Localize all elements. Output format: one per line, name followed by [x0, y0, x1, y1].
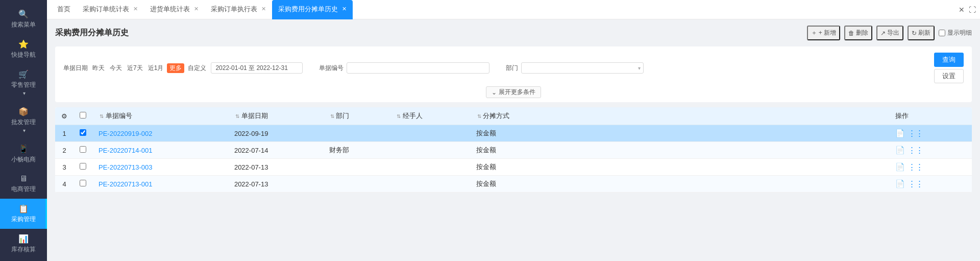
shortcut-custom[interactable]: 自定义 — [186, 63, 208, 73]
tab-purchase-cost-history[interactable]: 采购费用分摊单历史 ✕ — [272, 0, 353, 19]
row-doc-no: PE-20220713-003 — [92, 159, 228, 176]
retail-icon: 🛒 — [2, 69, 45, 79]
show-cols-text: 显示明细 — [947, 29, 972, 37]
row-method: 按金额 — [470, 159, 889, 176]
maximize-icon[interactable]: ⛶ — [969, 6, 976, 14]
select-all-checkbox[interactable] — [80, 112, 86, 118]
search-panel: 单据日期 昨天 今天 近7天 近1月 更多 自定义 单据编号 — [55, 46, 972, 102]
edit-icon[interactable]: 📄 — [895, 146, 905, 155]
sidebar-item-retail[interactable]: 🛒 零售管理 ▾ — [0, 64, 47, 102]
row-date: 2022-07-14 — [228, 142, 323, 159]
expand-more-button[interactable]: ⌄ 展开更多条件 — [486, 86, 541, 98]
date-range-input[interactable] — [211, 62, 303, 74]
row-actions: 📄 ⋮⋮ — [889, 159, 972, 176]
sidebar-item-purchase[interactable]: 📋 采购管理 — [0, 199, 47, 229]
row-checkbox[interactable] — [80, 180, 86, 186]
col-dept: ⇅ 部门 — [323, 107, 390, 125]
show-cols-checkbox[interactable] — [939, 30, 945, 36]
inventory-icon: 📊 — [2, 234, 45, 244]
tab-purchase-order-exec[interactable]: 采购订单执行表 ✕ — [205, 0, 272, 19]
delete-button[interactable]: 🗑 删除 — [844, 26, 872, 40]
quicknav-icon: ⭐ — [2, 39, 45, 49]
sidebar-item-label: 快捷导航 — [2, 51, 45, 59]
dept-input[interactable] — [521, 62, 644, 74]
sidebar-item-quicknav[interactable]: ⭐ 快捷导航 — [0, 34, 47, 64]
doc-no-link[interactable]: PE-20220713-001 — [99, 180, 153, 188]
more-icon[interactable]: ⋮⋮ — [908, 129, 923, 138]
date-field: 单据日期 昨天 今天 近7天 近1月 更多 自定义 — [63, 62, 303, 74]
tab-close-icon[interactable]: ✕ — [261, 6, 266, 12]
page-header: 采购费用分摊单历史 ＋ + 新增 🗑 删除 ↗ 导出 ↻ 刷新 — [55, 26, 972, 40]
query-buttons: 查询 设置 — [934, 53, 964, 83]
settings-icon[interactable]: ⚙ — [61, 112, 67, 120]
query-button[interactable]: 查询 — [934, 53, 964, 67]
row-doc-no: PE-20220713-001 — [92, 176, 228, 193]
row-handler — [389, 159, 470, 176]
doc-no-link[interactable]: PE-20220713-003 — [99, 163, 153, 171]
sidebar-item-label: 采购管理 — [2, 215, 45, 224]
sidebar-item-wholesale[interactable]: 📦 批发管理 ▾ — [0, 102, 47, 139]
row-actions: 📄 ⋮⋮ — [889, 176, 972, 193]
col-handler-label: 经手人 — [403, 112, 423, 120]
doc-no-link[interactable]: PE-20220919-002 — [99, 130, 153, 137]
dept-field: 部门 — [506, 62, 644, 74]
tab-inbound-stat[interactable]: 进货单统计表 ✕ — [144, 0, 205, 19]
sidebar-item-search[interactable]: 🔍 搜索菜单 — [0, 4, 47, 34]
tab-label: 采购费用分摊单历史 — [278, 5, 338, 14]
shortcut-yesterday[interactable]: 昨天 — [91, 63, 106, 73]
add-button[interactable]: ＋ + 新增 — [807, 26, 840, 40]
col-settings: ⚙ — [55, 107, 74, 125]
shortcut-1month[interactable]: 近1月 — [146, 63, 165, 73]
row-checkbox[interactable] — [80, 163, 86, 170]
tab-close-icon[interactable]: ✕ — [133, 6, 138, 12]
add-label: + 新增 — [819, 29, 836, 37]
more-icon[interactable]: ⋮⋮ — [908, 146, 923, 155]
more-icon[interactable]: ⋮⋮ — [908, 179, 923, 188]
row-handler — [389, 142, 470, 159]
sort-icon: ⇅ — [100, 113, 104, 119]
export-button[interactable]: ↗ 导出 — [876, 26, 903, 40]
col-doc-no: ⇅ 单据编号 — [92, 107, 228, 125]
shortcut-today[interactable]: 今天 — [108, 63, 124, 73]
search-row: 单据日期 昨天 今天 近7天 近1月 更多 自定义 单据编号 — [63, 53, 964, 83]
delete-label: 删除 — [856, 29, 868, 37]
doc-no-link[interactable]: PE-20220714-001 — [99, 147, 153, 154]
sidebar-item-mini[interactable]: 📱 小畅电商 — [0, 139, 47, 169]
row-dept — [323, 159, 390, 176]
col-method: ⇅ 分摊方式 — [470, 107, 889, 125]
row-doc-no: PE-20220714-001 — [92, 142, 228, 159]
edit-icon[interactable]: 📄 — [895, 129, 905, 138]
sidebar-item-ecommerce[interactable]: 🖥 电商管理 — [0, 169, 47, 199]
more-icon[interactable]: ⋮⋮ — [908, 162, 923, 172]
shortcut-7days[interactable]: 近7天 — [126, 63, 144, 73]
tab-close-icon[interactable]: ✕ — [194, 6, 199, 12]
row-dept — [323, 125, 390, 142]
row-checkbox-cell — [74, 159, 92, 176]
purchase-icon: 📋 — [2, 204, 45, 213]
row-checkbox[interactable] — [80, 146, 86, 153]
edit-icon[interactable]: 📄 — [895, 162, 905, 172]
wholesale-icon: 📦 — [2, 107, 45, 116]
sort-icon: ⇅ — [330, 113, 334, 119]
col-action: 操作 — [889, 107, 972, 125]
sidebar-item-finance[interactable]: 💰 资金管理 — [0, 259, 47, 261]
tab-home[interactable]: 首页 — [51, 0, 77, 19]
shortcut-more[interactable]: 更多 — [167, 63, 184, 73]
row-checkbox[interactable] — [80, 129, 86, 136]
sidebar-item-label: 电商管理 — [2, 185, 45, 194]
doc-no-input[interactable] — [347, 62, 489, 74]
sidebar-item-inventory[interactable]: 📊 库存核算 — [0, 229, 47, 259]
edit-icon[interactable]: 📄 — [895, 179, 905, 188]
close-window-icon[interactable]: ✕ — [959, 6, 965, 14]
row-date: 2022-07-13 — [228, 159, 323, 176]
settings-button[interactable]: 设置 — [934, 69, 964, 83]
row-seq: 1 — [55, 125, 74, 142]
tab-label: 采购订单统计表 — [83, 5, 129, 14]
tab-label: 进货单统计表 — [150, 5, 190, 14]
dept-select-wrapper — [521, 62, 644, 74]
search-icon: 🔍 — [2, 9, 45, 19]
refresh-button[interactable]: ↻ 刷新 — [908, 26, 935, 40]
tab-purchase-order-stat[interactable]: 采购订单统计表 ✕ — [77, 0, 144, 19]
tab-close-icon[interactable]: ✕ — [342, 6, 347, 12]
sort-icon: ⇅ — [397, 113, 401, 119]
